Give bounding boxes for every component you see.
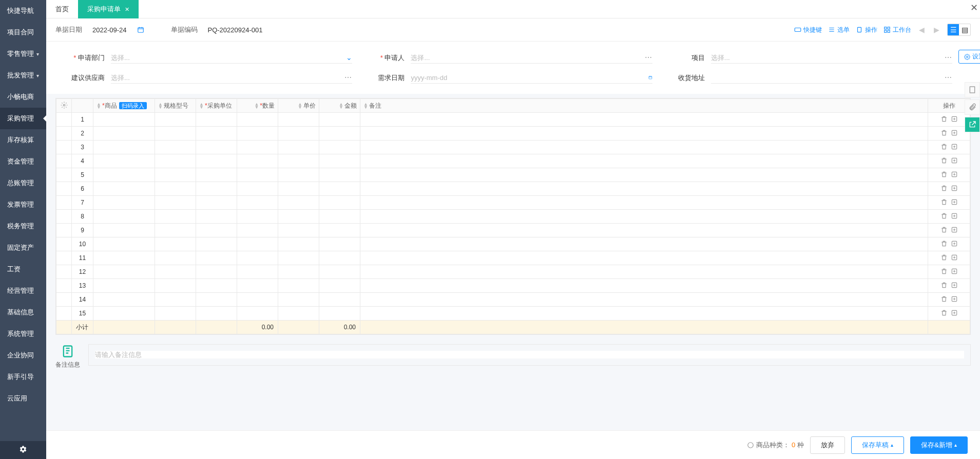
- add-icon[interactable]: [951, 212, 958, 219]
- delete-icon[interactable]: [940, 282, 948, 289]
- delete-icon[interactable]: [940, 115, 948, 123]
- table-row[interactable]: 8: [56, 210, 970, 224]
- table-row[interactable]: 12: [56, 265, 970, 279]
- sidebar-item-16[interactable]: 企业协同: [0, 345, 46, 366]
- sidebar-item-2[interactable]: 零售管理▾: [0, 43, 46, 65]
- table-row[interactable]: 11: [56, 251, 970, 265]
- need-date-input[interactable]: [411, 74, 645, 82]
- more-icon[interactable]: ⋯: [941, 73, 952, 82]
- sidebar-item-12[interactable]: 工资: [0, 258, 46, 280]
- table-row[interactable]: 5: [56, 168, 970, 182]
- delete-icon[interactable]: [940, 240, 948, 247]
- table-row[interactable]: 1: [56, 113, 970, 127]
- delete-icon[interactable]: [940, 295, 948, 303]
- sidebar-item-7[interactable]: 资金管理: [0, 151, 46, 172]
- sidebar-item-14[interactable]: 基础信息: [0, 302, 46, 323]
- col-amount[interactable]: ▲▼金额: [319, 99, 360, 113]
- prev-arrow[interactable]: ◀: [917, 26, 926, 34]
- view-grid-icon[interactable]: ▤: [959, 24, 970, 35]
- applicant-select[interactable]: [411, 54, 641, 62]
- close-icon[interactable]: ✕: [970, 2, 978, 13]
- calendar-icon[interactable]: [645, 74, 652, 81]
- sidebar-item-0[interactable]: 快捷导航: [0, 0, 46, 22]
- delete-icon[interactable]: [940, 268, 948, 275]
- add-icon[interactable]: [951, 226, 958, 233]
- delete-icon[interactable]: [940, 129, 948, 136]
- address-input[interactable]: [711, 74, 941, 82]
- delete-icon[interactable]: [940, 309, 948, 316]
- add-icon[interactable]: [951, 129, 958, 136]
- table-row[interactable]: 7: [56, 196, 970, 210]
- col-product[interactable]: ▲▼*商品扫码录入: [93, 99, 155, 113]
- add-icon[interactable]: [951, 254, 958, 261]
- delete-icon[interactable]: [940, 212, 948, 219]
- table-row[interactable]: 14: [56, 293, 970, 307]
- add-icon[interactable]: [951, 282, 958, 289]
- delete-icon[interactable]: [940, 157, 948, 164]
- more-icon[interactable]: ⋯: [341, 73, 352, 82]
- add-icon[interactable]: [951, 309, 958, 316]
- chevron-down-icon[interactable]: ⌄: [343, 53, 352, 62]
- delete-icon[interactable]: [940, 143, 948, 150]
- sidebar-item-13[interactable]: 经营管理: [0, 280, 46, 302]
- calendar-icon[interactable]: [137, 26, 144, 33]
- sidebar-item-17[interactable]: 新手引导: [0, 366, 46, 388]
- rail-export-icon[interactable]: [965, 117, 980, 132]
- settings-button[interactable]: 设置: [958, 50, 980, 64]
- sidebar-settings[interactable]: [0, 441, 46, 459]
- delete-icon[interactable]: [940, 171, 948, 178]
- add-icon[interactable]: [951, 115, 958, 123]
- table-row[interactable]: 3: [56, 141, 970, 154]
- sidebar-item-4[interactable]: 小畅电商: [0, 86, 46, 108]
- sidebar-item-9[interactable]: 发票管理: [0, 194, 46, 215]
- supplier-select[interactable]: [111, 74, 341, 82]
- sidebar-item-8[interactable]: 总账管理: [0, 172, 46, 194]
- save-draft-button[interactable]: 保存草稿▴: [851, 436, 904, 454]
- col-spec[interactable]: ▲▼规格型号: [155, 99, 196, 113]
- col-price[interactable]: ▲▼单价: [278, 99, 319, 113]
- sidebar-item-15[interactable]: 系统管理: [0, 323, 46, 345]
- col-settings[interactable]: [56, 99, 72, 113]
- doc-date-value[interactable]: 2022-09-24: [92, 26, 127, 34]
- sidebar-item-5[interactable]: 采购管理: [0, 108, 46, 129]
- view-list-icon[interactable]: ☰: [948, 24, 959, 35]
- workbench-link[interactable]: 工作台: [883, 26, 911, 34]
- table-row[interactable]: 2: [56, 127, 970, 141]
- delete-icon[interactable]: [940, 198, 948, 206]
- scan-badge[interactable]: 扫码录入: [119, 102, 147, 109]
- menu-link[interactable]: 选单: [828, 26, 850, 34]
- more-icon[interactable]: ⋯: [642, 53, 652, 62]
- table-row[interactable]: 9: [56, 224, 970, 237]
- table-row[interactable]: 15: [56, 307, 970, 321]
- col-unit[interactable]: ▲▼*采购单位: [196, 99, 237, 113]
- discard-button[interactable]: 放弃: [810, 436, 845, 454]
- add-icon[interactable]: [951, 185, 958, 192]
- add-icon[interactable]: [951, 157, 958, 164]
- save-new-button[interactable]: 保存&新增▴: [910, 436, 968, 454]
- more-icon[interactable]: ⋯: [941, 53, 952, 62]
- sidebar-item-18[interactable]: 云应用: [0, 388, 46, 409]
- table-row[interactable]: 10: [56, 237, 970, 251]
- tab-0[interactable]: 首页: [46, 0, 78, 18]
- rail-attach-icon[interactable]: [965, 99, 980, 115]
- next-arrow[interactable]: ▶: [932, 26, 941, 34]
- tab-1[interactable]: 采购申请单✕: [78, 0, 139, 18]
- sidebar-item-10[interactable]: 税务管理: [0, 215, 46, 237]
- table-row[interactable]: 4: [56, 154, 970, 168]
- table-row[interactable]: 13: [56, 279, 970, 293]
- add-icon[interactable]: [951, 143, 958, 150]
- shortcut-link[interactable]: 快捷键: [794, 26, 822, 34]
- col-qty[interactable]: ▲▼*数量: [237, 99, 278, 113]
- add-icon[interactable]: [951, 240, 958, 247]
- delete-icon[interactable]: [940, 254, 948, 261]
- add-icon[interactable]: [951, 171, 958, 178]
- add-icon[interactable]: [951, 268, 958, 275]
- close-icon[interactable]: ✕: [125, 0, 129, 18]
- dept-select[interactable]: [111, 54, 343, 62]
- add-icon[interactable]: [951, 295, 958, 303]
- sidebar-item-11[interactable]: 固定资产: [0, 237, 46, 258]
- project-select[interactable]: [711, 54, 941, 62]
- sidebar-item-6[interactable]: 库存核算: [0, 129, 46, 151]
- sidebar-item-1[interactable]: 项目合同: [0, 22, 46, 43]
- table-row[interactable]: 6: [56, 182, 970, 196]
